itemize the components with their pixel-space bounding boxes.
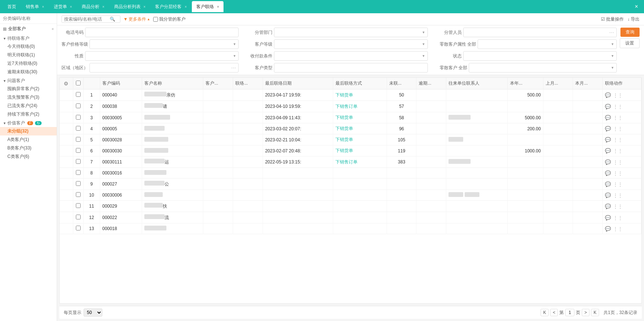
more-icon[interactable]: ⋮⋮ bbox=[613, 126, 623, 131]
row-checkbox[interactable] bbox=[76, 215, 81, 219]
sidebar-item-declining[interactable]: 持续下滑客户(2) bbox=[0, 110, 57, 119]
customer-level-select[interactable]: ▼ bbox=[274, 39, 427, 49]
first-page-button[interactable]: K bbox=[541, 309, 549, 316]
col-contact-info[interactable]: 联络... bbox=[233, 78, 263, 89]
sidebar-item-abnormal[interactable]: 囤购异常客户(2) bbox=[0, 85, 57, 93]
row-last-way-link[interactable]: 下销售订单 bbox=[335, 104, 358, 109]
sidebar-item-overdue[interactable]: 逾期未联络(30) bbox=[0, 68, 57, 76]
sidebar-item-tomorrow[interactable]: 明天待联络(1) bbox=[0, 51, 57, 59]
col-last-month[interactable]: 上月... bbox=[543, 78, 573, 89]
chat-icon[interactable]: 💬 bbox=[605, 204, 611, 209]
status-select[interactable]: ▼ bbox=[463, 51, 617, 61]
reset-button[interactable]: 设置 bbox=[620, 38, 640, 48]
more-icon[interactable]: ⋮⋮ bbox=[613, 226, 623, 232]
my-customers-checkbox[interactable] bbox=[153, 17, 158, 22]
col-this-year[interactable]: 本年... bbox=[507, 78, 543, 89]
tab-product-analysis[interactable]: 商品分析 × bbox=[77, 1, 109, 12]
chat-icon[interactable]: 💬 bbox=[605, 181, 611, 187]
chat-icon[interactable]: 💬 bbox=[605, 193, 611, 198]
row-checkbox[interactable] bbox=[76, 115, 81, 120]
more-icon[interactable]: ⋮⋮ bbox=[613, 170, 623, 176]
sidebar-problem-group[interactable]: ▼ 问题客户 bbox=[0, 76, 57, 85]
chat-icon[interactable]: 💬 bbox=[605, 170, 611, 176]
select-all-checkbox[interactable] bbox=[76, 81, 81, 85]
more-icon[interactable]: ⋮⋮ bbox=[613, 115, 623, 120]
tab-product-analysis-list[interactable]: 商品分析列表 × bbox=[110, 1, 150, 12]
row-checkbox[interactable] bbox=[76, 137, 81, 142]
chat-icon[interactable]: 💬 bbox=[605, 115, 611, 120]
tab-customer-segment[interactable]: 客户分层经客 × bbox=[151, 1, 191, 12]
row-checkbox[interactable] bbox=[76, 126, 81, 131]
sidebar-item-churn-warning[interactable]: 流失预警客户(3) bbox=[0, 93, 57, 102]
person-input[interactable]: ··· bbox=[463, 28, 617, 37]
row-last-way-link[interactable]: 下销货单 bbox=[335, 126, 353, 131]
row-checkbox[interactable] bbox=[76, 148, 81, 153]
prev-page-button[interactable]: < bbox=[550, 309, 558, 316]
more-icon[interactable]: ⋮⋮ bbox=[613, 104, 623, 109]
row-checkbox[interactable] bbox=[76, 170, 81, 175]
sidebar-item-today[interactable]: 今天待联络(0) bbox=[0, 42, 57, 51]
chat-icon[interactable]: 💬 bbox=[605, 148, 611, 154]
tab-customer-contact[interactable]: 客户联络 × bbox=[192, 1, 224, 12]
col-last-way[interactable]: 最后联络方式 bbox=[333, 78, 387, 89]
chat-icon[interactable]: 💬 bbox=[605, 226, 611, 232]
per-page-select[interactable]: 50 100 200 bbox=[84, 308, 102, 317]
row-last-way-link[interactable]: 下销货单 bbox=[335, 148, 353, 153]
price-level-select[interactable]: ▼ bbox=[89, 39, 239, 49]
tab-purchase[interactable]: 进货单 × bbox=[49, 1, 77, 12]
close-customer-segment-tab[interactable]: × bbox=[184, 5, 187, 9]
chat-icon[interactable]: 💬 bbox=[605, 215, 611, 221]
chat-icon[interactable]: 💬 bbox=[605, 137, 611, 142]
sidebar-pending-group[interactable]: ▼ 待联络客户 bbox=[0, 34, 57, 42]
row-last-way-link[interactable]: 下销货单 bbox=[335, 137, 353, 142]
chat-icon[interactable]: 💬 bbox=[605, 126, 611, 131]
chat-icon[interactable]: 💬 bbox=[605, 104, 611, 109]
window-close-button[interactable]: × bbox=[632, 3, 641, 10]
filter-search-icon[interactable]: 🔍 bbox=[110, 17, 115, 22]
filter-search-input[interactable] bbox=[64, 17, 108, 22]
sidebar-all-customers[interactable]: ⊞ 全部客户 « bbox=[0, 24, 57, 34]
tab-home[interactable]: 首页 bbox=[3, 1, 21, 12]
row-last-way-link[interactable]: 下销货单 bbox=[335, 92, 353, 98]
more-icon[interactable]: ⋮⋮ bbox=[613, 215, 623, 221]
query-button[interactable]: 查询 bbox=[620, 28, 640, 37]
sidebar-item-class-a[interactable]: A类客户(1) bbox=[0, 135, 57, 144]
row-checkbox[interactable] bbox=[76, 203, 81, 208]
close-purchase-tab[interactable]: × bbox=[70, 5, 72, 9]
col-customer-type[interactable]: 客户... bbox=[203, 78, 233, 89]
col-name[interactable]: 客户名称 bbox=[142, 78, 203, 89]
sidebar-value-group[interactable]: ▼ 价值客户 F ↻ bbox=[0, 119, 57, 127]
sidebar-item-churned[interactable]: 已流失客户(24) bbox=[0, 102, 57, 110]
retail-attr-select[interactable]: ▼ bbox=[478, 39, 617, 49]
type-input[interactable] bbox=[274, 63, 427, 73]
close-sales-tab[interactable]: × bbox=[42, 5, 44, 9]
nature-select[interactable]: ▼ bbox=[85, 51, 239, 61]
close-product-analysis-list-tab[interactable]: × bbox=[144, 5, 146, 9]
export-button[interactable]: ↓ 导出 bbox=[627, 16, 640, 22]
sidebar-item-7days[interactable]: 近7天待联络(0) bbox=[0, 59, 57, 68]
bulk-action-button[interactable]: ☑ 批量操作 bbox=[601, 16, 624, 22]
settings-col-header[interactable]: ⚙ bbox=[60, 78, 73, 89]
row-last-way-link[interactable]: 下销售订单 bbox=[335, 159, 358, 165]
sidebar-search-input[interactable] bbox=[3, 16, 57, 21]
payment-select[interactable]: ▼ bbox=[274, 51, 427, 61]
sidebar-item-class-c[interactable]: C类客户(6) bbox=[0, 152, 57, 161]
more-icon[interactable]: ⋮⋮ bbox=[613, 92, 623, 98]
row-checkbox[interactable] bbox=[76, 159, 81, 164]
retail-select[interactable]: ▼ bbox=[469, 63, 617, 73]
sidebar-item-ungroup[interactable]: 未分组(32) bbox=[0, 127, 57, 135]
row-checkbox[interactable] bbox=[76, 226, 81, 230]
row-checkbox[interactable] bbox=[76, 181, 81, 186]
more-conditions-button[interactable]: ▼ 更多条件 ▲ bbox=[123, 16, 150, 22]
chat-icon[interactable]: 💬 bbox=[605, 92, 611, 98]
phone-input[interactable] bbox=[85, 28, 239, 37]
col-overdue[interactable]: 逾期... bbox=[416, 78, 446, 89]
row-last-way-link[interactable]: 下销货单 bbox=[335, 115, 353, 120]
more-icon[interactable]: ⋮⋮ bbox=[613, 148, 623, 154]
row-checkbox[interactable] bbox=[76, 192, 81, 197]
col-partner[interactable]: 往来单位联系人 bbox=[446, 78, 508, 89]
chat-icon[interactable]: 💬 bbox=[605, 159, 611, 165]
col-this-month[interactable]: 本月... bbox=[573, 78, 603, 89]
row-checkbox[interactable] bbox=[76, 103, 81, 108]
col-code[interactable]: 客户编码 bbox=[100, 78, 142, 89]
